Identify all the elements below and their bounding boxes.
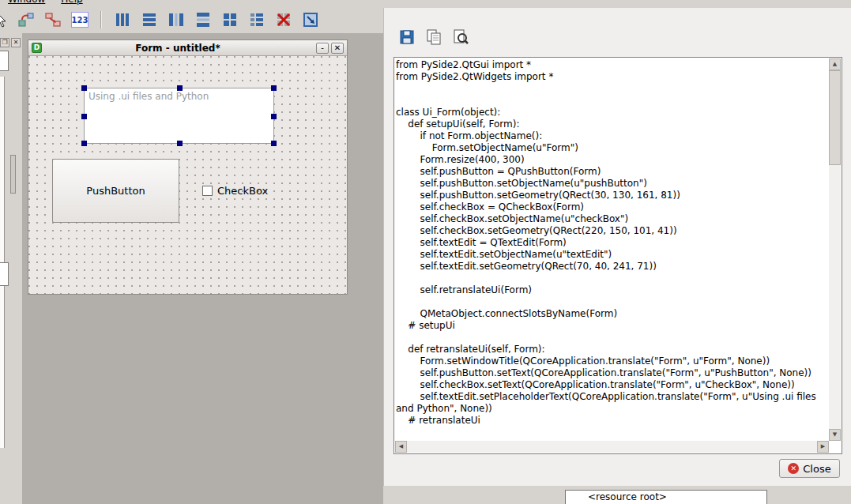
checkbox-label: CheckBox [217,185,268,197]
left-panel-fragment [0,262,9,286]
vertical-scrollbar-thumb[interactable] [829,70,841,165]
checkbox-indicator[interactable] [202,186,213,196]
edit-signals-slots-button[interactable] [17,10,36,29]
toolbar-separator [100,11,102,28]
dialog-toolbar [397,27,471,47]
widget-box-filter-fragment[interactable] [0,51,9,71]
textedit-widget[interactable]: Using .ui files and Python [84,88,274,144]
edit-tab-order-button[interactable]: 123 [70,10,89,29]
scroll-up-icon[interactable]: ▲ [829,58,841,70]
find-button[interactable] [450,27,471,47]
layout-form-button[interactable] [247,10,266,29]
selection-handle-top-left[interactable] [81,85,87,91]
form-window-title: Form - untitled* [42,43,314,54]
break-layout-button[interactable] [274,10,293,29]
dock-float-icon[interactable]: ❐ [0,38,9,47]
menu-item-window[interactable]: Window [8,0,45,5]
code-preview-dialog: from PySide2.QtGui import * from PySide2… [383,8,851,486]
minimize-button[interactable]: - [316,43,329,54]
left-scrollbar-thumb[interactable] [10,155,16,194]
selection-handle-top-right[interactable] [271,85,277,91]
resource-browser-fragment: <resource root> [565,490,767,504]
buddies-icon [44,11,62,28]
scroll-left-icon[interactable]: ◀ [395,441,407,453]
code-view[interactable]: from PySide2.QtGui import * from PySide2… [393,57,842,454]
form-titlebar[interactable]: D Form - untitled* - ✕ [28,40,347,56]
adjust-size-button[interactable] [301,10,320,29]
layout-splitter-horizontal-button[interactable] [167,10,186,29]
form-canvas[interactable]: Using .ui files and Python PushButton Ch… [28,56,347,294]
signals-slots-icon [17,11,35,28]
layout-grid-button[interactable] [220,10,239,29]
qt-designer-window: Window Help 123 [0,0,851,504]
layout-splitter-vertical-button[interactable] [194,10,213,29]
edit-buddies-button[interactable] [43,10,62,29]
form-editor-window: D Form - untitled* - ✕ Using .ui files a… [28,39,348,295]
copy-button[interactable] [424,27,444,47]
layout-form-icon [248,11,265,28]
vertical-scrollbar[interactable]: ▲ ▼ [829,58,841,441]
close-red-icon: ✕ [788,463,799,474]
selection-handle-top-middle[interactable] [177,85,183,91]
generated-python-code[interactable]: from PySide2.QtGui import * from PySide2… [396,59,827,427]
save-icon [397,28,416,47]
selection-handle-middle-right[interactable] [271,114,277,119]
save-button[interactable] [397,27,417,47]
break-layout-icon [275,11,292,28]
close-button-label: Close [803,463,830,475]
find-icon [451,28,470,47]
designer-form-icon: D [32,43,42,53]
layout-horizontal-icon [114,11,131,28]
selection-handle-middle-left[interactable] [81,114,87,119]
close-button[interactable]: ✕ Close [779,459,840,478]
pushbutton-widget[interactable]: PushButton [52,159,179,223]
close-window-button[interactable]: ✕ [331,43,344,54]
selection-handle-bottom-right[interactable] [271,141,277,146]
resource-root-item[interactable]: <resource root> [566,491,766,503]
horizontal-scrollbar[interactable]: ◀ ▶ [395,441,829,453]
checkbox-widget[interactable]: CheckBox [202,175,282,207]
selection-handle-bottom-left[interactable] [81,141,87,146]
layout-grid-icon [221,11,239,28]
dock-close-icon[interactable]: ✕ [11,38,21,47]
menubar: Window Help [0,0,851,6]
menu-item-help[interactable]: Help [61,0,82,5]
layout-horizontally-button[interactable] [113,10,132,29]
splitter-horizontal-icon [168,11,185,28]
layout-vertical-icon [141,11,158,28]
splitter-vertical-icon [194,11,212,28]
tab-order-icon: 123 [71,12,88,28]
edit-widgets-button[interactable] [0,10,9,29]
selection-handle-bottom-middle[interactable] [177,141,183,146]
layout-vertically-button[interactable] [140,10,159,29]
scroll-down-icon[interactable]: ▼ [829,429,841,441]
textedit-placeholder: Using .ui files and Python [85,88,273,104]
pushbutton-label: PushButton [86,185,145,197]
copy-icon [424,28,443,47]
scroll-right-icon[interactable]: ▶ [817,441,829,453]
cursor-icon [0,11,8,28]
adjust-size-icon [302,11,319,28]
